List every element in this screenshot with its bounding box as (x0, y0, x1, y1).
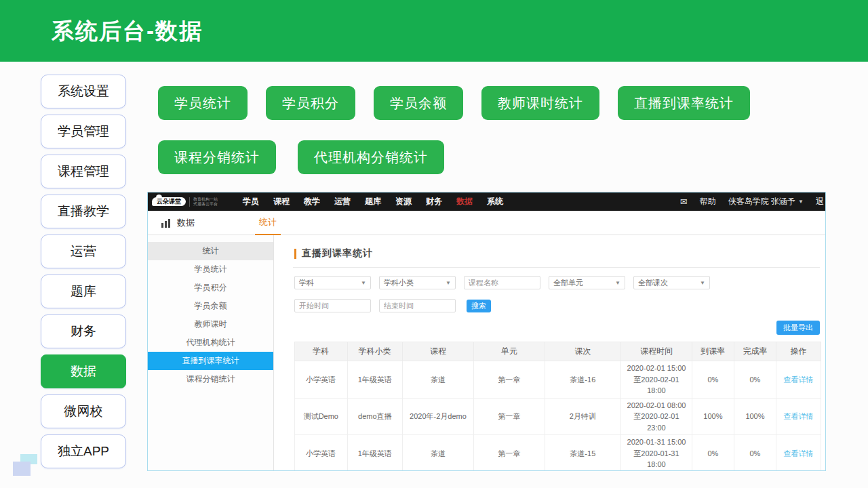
table-header-cell: 操作 (776, 342, 821, 361)
nav-menu-students[interactable]: 学员 (243, 196, 259, 207)
sidenav-item-agency-stats[interactable]: 代理机构统计 (148, 333, 273, 352)
subject-select[interactable]: 学科▼ (294, 276, 371, 289)
quick-button-course-distribution-stats[interactable]: 课程分销统计 (158, 140, 276, 174)
quick-button-teacher-hours-stats[interactable]: 教师课时统计 (481, 86, 599, 120)
page-title: 系统后台-数据 (52, 16, 203, 47)
table-cell: 0% (734, 435, 776, 472)
lesson-select[interactable]: 全部课次▼ (633, 276, 710, 289)
table-header-cell: 学科 (295, 342, 348, 361)
sidebar-item-system-settings[interactable]: 系统设置 (41, 75, 126, 108)
stats-sidenav: 统计 学员统计学员积分学员余额教师课时代理机构统计直播到课率统计课程分销统计 (148, 235, 274, 471)
app-nav-right: ✉ 帮助 侠客岛学院 张涵予 ▼ 退 (680, 196, 818, 207)
course-name-input-wrap (464, 276, 540, 289)
table-row: 测试Demodemo直播2020年-2月demo第一章2月特训2020-02-0… (295, 398, 821, 435)
sidebar-item-operations[interactable]: 运营 (41, 235, 126, 268)
logo-tagline: 教育机构一站 式服务云平台 (193, 197, 218, 207)
account-menu[interactable]: 侠客岛学院 张涵予 ▼ (728, 196, 804, 207)
table-cell: demo直播 (347, 398, 402, 435)
quick-buttons-row1: 学员统计学员积分学员余额教师课时统计直播到课率统计 (158, 86, 750, 120)
table-cell: 100% (734, 398, 776, 435)
sidebar-item-live-teaching[interactable]: 直播教学 (41, 195, 126, 228)
table-cell: 2020-01-31 15:00至2020-01-31 18:00 (621, 435, 692, 472)
table-cell: 小学英语 (295, 361, 348, 399)
sidenav-item-teacher-hours[interactable]: 教师课时 (148, 315, 273, 333)
nav-menu-finance[interactable]: 财务 (426, 196, 442, 207)
nav-menu-courses[interactable]: 课程 (273, 196, 290, 207)
sidebar-item-student-management[interactable]: 学员管理 (41, 115, 126, 148)
sidenav-item-student-stats[interactable]: 学员统计 (148, 260, 273, 279)
sidebar-item-micro-school[interactable]: 微网校 (41, 394, 126, 428)
app-logo[interactable]: 云朵课堂 教育机构一站 式服务云平台 (152, 197, 235, 207)
table-header-cell: 完成率 (734, 342, 776, 361)
app-content: 统计 学员统计学员积分学员余额教师课时代理机构统计直播到课率统计课程分销统计 直… (148, 235, 825, 471)
section-label: 数据 (177, 217, 195, 229)
table-cell: 第一章 (473, 361, 545, 399)
table-header-cell: 课程时间 (621, 342, 692, 361)
batch-export-button[interactable]: 批量导出 (776, 321, 820, 335)
view-details-link[interactable]: 查看详情 (776, 398, 821, 435)
bar-chart-icon (161, 218, 172, 228)
decor-square-blue (13, 462, 31, 476)
table-cell: 第一章 (473, 435, 545, 472)
nav-menu-data[interactable]: 数据 (456, 196, 473, 207)
table-cell: 第一章 (473, 398, 545, 435)
table-cell: 2020年-2月demo (403, 398, 474, 435)
sidenav-item-student-points[interactable]: 学员积分 (148, 279, 273, 297)
table-cell: 茶道 (403, 361, 474, 399)
quick-button-student-balance[interactable]: 学员余额 (374, 86, 463, 120)
sidebar-item-data[interactable]: 数据 (41, 354, 126, 388)
help-link[interactable]: 帮助 (700, 196, 716, 207)
table-cell: 1年级英语 (347, 435, 402, 472)
filter-row-2: 搜索 (294, 299, 820, 312)
table-cell: 0% (692, 435, 734, 472)
mail-icon[interactable]: ✉ (680, 197, 688, 207)
sidebar-item-course-management[interactable]: 课程管理 (41, 155, 126, 188)
app-subheader: 数据 统计 (148, 211, 825, 235)
sidebar-item-question-bank[interactable]: 题库 (41, 274, 126, 308)
chevron-down-icon: ▼ (446, 280, 451, 286)
sidenav-item-student-balance[interactable]: 学员余额 (148, 297, 273, 315)
table-header-cell: 课程 (403, 342, 474, 361)
clipped-text: 退 (816, 196, 824, 207)
app-navbar: 云朵课堂 教育机构一站 式服务云平台 学员课程教学运营题库资源财务数据系统 ✉ … (148, 192, 825, 211)
subject-sub-select[interactable]: 学科小类▼ (379, 276, 456, 289)
course-name-input[interactable] (469, 279, 536, 287)
view-details-link[interactable]: 查看详情 (776, 361, 821, 399)
sidenav-item-live-attendance-stats[interactable]: 直播到课率统计 (148, 352, 273, 370)
view-details-link[interactable]: 查看详情 (776, 435, 821, 472)
quick-button-student-stats[interactable]: 学员统计 (158, 86, 248, 120)
nav-menu-question-bank[interactable]: 题库 (365, 196, 381, 207)
start-time-input[interactable] (299, 302, 366, 310)
sidenav-item-course-distribution-stats[interactable]: 课程分销统计 (148, 370, 273, 388)
unit-select[interactable]: 全部单元▼ (549, 276, 625, 289)
table-cell: 0% (734, 361, 776, 399)
sidebar-item-finance[interactable]: 财务 (41, 314, 126, 348)
quick-button-live-attendance-stats[interactable]: 直播到课率统计 (618, 86, 750, 120)
table-cell: 茶道-16 (545, 361, 621, 399)
panel-title: 直播到课率统计 (302, 247, 373, 260)
table-header-row: 学科学科小类课程单元课次课程时间到课率完成率操作 (295, 342, 821, 361)
nav-menu-operations[interactable]: 运营 (334, 196, 351, 207)
table-cell: 2月特训 (545, 398, 621, 435)
logo-title: 云朵课堂 (157, 198, 181, 205)
quick-buttons-row2: 课程分销统计代理机构分销统计 (158, 140, 750, 174)
nav-menu-resources[interactable]: 资源 (395, 196, 412, 207)
end-time-input[interactable] (384, 302, 451, 310)
table-row: 小学英语1年级英语茶道第一章茶道-162020-02-01 15:00至2020… (295, 361, 821, 399)
start-time-input-wrap (294, 299, 371, 312)
table-cell: 2020-02-01 15:00至2020-02-01 18:00 (621, 361, 692, 399)
table-cell: 测试Demo (295, 398, 348, 435)
quick-button-student-points[interactable]: 学员积分 (266, 86, 355, 120)
filter-row-1: 学科▼ 学科小类▼ 全部单元▼ 全部课次▼ (294, 276, 820, 289)
tab-stats[interactable]: 统计 (255, 211, 281, 235)
panel-divider (293, 267, 820, 268)
title-accent-bar (294, 249, 296, 259)
table-header-cell: 课次 (545, 342, 621, 361)
sidebar-item-standalone-app[interactable]: 独立APP (41, 434, 126, 468)
quick-button-agency-distribution-stats[interactable]: 代理机构分销统计 (298, 140, 444, 174)
nav-menu-teaching[interactable]: 教学 (304, 196, 320, 207)
attendance-table-wrap: 学科学科小类课程单元课次课程时间到课率完成率操作 小学英语1年级英语茶道第一章茶… (294, 342, 821, 471)
search-button[interactable]: 搜索 (467, 300, 491, 312)
stats-panel: 直播到课率统计 学科▼ 学科小类▼ 全部单元▼ (274, 235, 825, 471)
nav-menu-system[interactable]: 系统 (487, 196, 503, 207)
